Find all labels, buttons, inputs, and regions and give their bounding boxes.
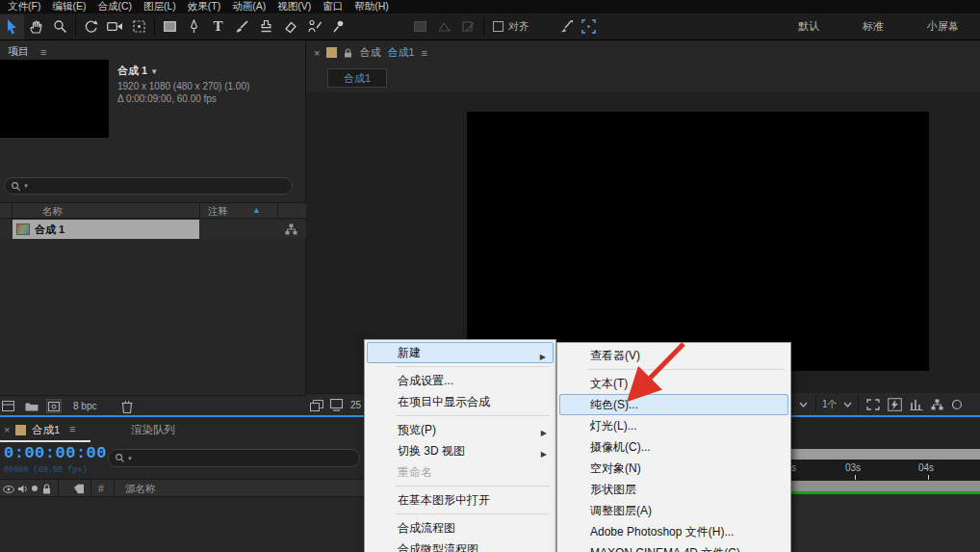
time-ruler[interactable]: s 03s 04s bbox=[791, 460, 980, 481]
column-number[interactable]: # bbox=[98, 483, 104, 494]
target-brackets-icon[interactable] bbox=[577, 14, 601, 39]
submenu-item-solid[interactable]: 纯色(S)... bbox=[559, 394, 788, 415]
search-dropdown-caret[interactable]: ▼ bbox=[23, 183, 29, 189]
snap-align-control[interactable]: 对齐 bbox=[493, 19, 529, 34]
project-row-comp1[interactable]: 合成 1 bbox=[0, 220, 306, 239]
view-layout-dropdown[interactable]: 1个 bbox=[815, 396, 859, 413]
submenu-item-null-object[interactable]: 空对象(N) bbox=[559, 458, 788, 479]
menu-view[interactable]: 视图(V) bbox=[271, 0, 317, 13]
menu-item-switch-3d-view[interactable]: 切换 3D 视图 ▶ bbox=[367, 440, 554, 461]
timeline-tab-comp[interactable]: 合成1 bbox=[32, 423, 60, 437]
column-name[interactable]: 名称 bbox=[42, 205, 63, 219]
close-icon[interactable]: × bbox=[4, 424, 10, 435]
reset-exposure-icon[interactable] bbox=[951, 399, 963, 410]
pan-behind-tool-icon[interactable] bbox=[127, 14, 151, 39]
zoom-tool-icon[interactable] bbox=[48, 14, 72, 39]
menu-item-open-in-essential-graphics[interactable]: 在基本图形中打开 bbox=[367, 489, 554, 511]
new-composition-icon[interactable] bbox=[46, 399, 62, 413]
menu-item-composition-mini-flowchart[interactable]: 合成微型流程图 bbox=[367, 539, 554, 552]
menu-item-composition-settings[interactable]: 合成设置... bbox=[367, 370, 554, 391]
mask-visibility-icon[interactable] bbox=[553, 14, 577, 39]
always-preview-icon[interactable] bbox=[310, 400, 323, 411]
zoom-level-dropdown[interactable]: 25 bbox=[350, 400, 361, 410]
composition-view[interactable] bbox=[467, 112, 929, 371]
text-tool-icon[interactable]: T bbox=[206, 14, 230, 39]
panel-menu-icon[interactable]: ≡ bbox=[422, 47, 427, 59]
menu-window[interactable]: 窗口 bbox=[317, 0, 348, 13]
timeline-search-input[interactable]: ▼ bbox=[108, 449, 360, 467]
comp-mini-tab[interactable]: 合成1 bbox=[327, 68, 387, 88]
shape-tool-icon[interactable] bbox=[158, 14, 182, 39]
camera-tool-icon[interactable] bbox=[103, 14, 127, 39]
folder-icon[interactable] bbox=[25, 401, 39, 411]
submenu-item-light[interactable]: 灯光(L)... bbox=[559, 415, 788, 436]
solo-icon[interactable] bbox=[32, 486, 38, 491]
menu-effect[interactable]: 效果(T) bbox=[182, 0, 226, 13]
panel-list-icon[interactable] bbox=[2, 401, 14, 411]
clone-stamp-tool-icon[interactable] bbox=[254, 14, 278, 39]
puppet-pin-tool-icon[interactable] bbox=[326, 14, 350, 39]
column-comment[interactable]: 注释 bbox=[208, 205, 228, 219]
main-viewer-icon[interactable] bbox=[329, 399, 344, 411]
rotate-tool-icon[interactable] bbox=[79, 14, 103, 39]
work-area-bar[interactable] bbox=[791, 481, 980, 491]
menu-item-composition-flowchart[interactable]: 合成流程图 bbox=[367, 517, 554, 539]
comp-panel-tab-label[interactable]: 合成 bbox=[359, 45, 380, 60]
fast-preview-icon[interactable] bbox=[888, 398, 902, 411]
chevron-down-icon[interactable] bbox=[799, 402, 808, 407]
project-row-label[interactable]: 合成 1 bbox=[35, 223, 64, 237]
column-source-name[interactable]: 源名称 bbox=[125, 483, 156, 496]
comp-flowchart-icon[interactable] bbox=[931, 399, 943, 410]
timeline-track-area[interactable] bbox=[791, 494, 980, 552]
horizontal-scrollbar[interactable] bbox=[791, 449, 980, 460]
workspace-default[interactable]: 默认 bbox=[798, 19, 819, 34]
menu-composition[interactable]: 合成(C) bbox=[91, 0, 138, 13]
submenu-item-camera[interactable]: 摄像机(C)... bbox=[559, 436, 788, 458]
menu-file[interactable]: 文件(F) bbox=[2, 0, 46, 13]
hand-tool-icon[interactable] bbox=[24, 14, 48, 39]
lock-icon[interactable] bbox=[344, 48, 352, 58]
project-tab[interactable]: 项目 bbox=[8, 44, 29, 59]
close-icon[interactable]: × bbox=[314, 47, 320, 59]
audio-icon[interactable] bbox=[17, 484, 28, 494]
sort-arrow-icon[interactable]: ▲ bbox=[252, 205, 261, 215]
brush-tool-icon[interactable] bbox=[230, 14, 254, 39]
menu-item-new[interactable]: 新建 ▶ bbox=[367, 342, 554, 363]
label-icon[interactable] bbox=[73, 484, 85, 494]
trash-icon[interactable] bbox=[121, 400, 133, 413]
region-of-interest-icon[interactable] bbox=[866, 399, 880, 410]
menu-item-rename[interactable]: 重命名 bbox=[367, 461, 554, 483]
submenu-item-text[interactable]: 文本(T) bbox=[559, 373, 788, 394]
lock-icon[interactable] bbox=[42, 484, 51, 494]
current-timecode[interactable]: 0:00:00:00 bbox=[4, 444, 107, 462]
eye-icon[interactable] bbox=[3, 486, 14, 493]
submenu-item-cinema4d-file[interactable]: MAXON CINEMA 4D 文件(C)... bbox=[559, 542, 788, 552]
tab-render-queue[interactable]: 渲染队列 bbox=[131, 423, 175, 437]
panel-menu-icon[interactable]: ≡ bbox=[40, 46, 46, 58]
submenu-item-photoshop-file[interactable]: Adobe Photoshop 文件(H)... bbox=[559, 521, 788, 542]
menu-item-preview[interactable]: 预览(P) ▶ bbox=[367, 419, 554, 440]
workspace-small-screen[interactable]: 小屏幕 bbox=[927, 19, 959, 34]
submenu-item-viewer[interactable]: 查看器(V) bbox=[559, 345, 788, 366]
panel-menu-icon[interactable]: ≡ bbox=[69, 423, 75, 434]
workspace-standard[interactable]: 标准 bbox=[863, 19, 884, 34]
submenu-item-shape-layer[interactable]: 形状图层 bbox=[559, 479, 788, 500]
timeline-button-icon[interactable] bbox=[910, 399, 923, 410]
flowchart-icon[interactable] bbox=[285, 223, 297, 235]
align-checkbox[interactable] bbox=[493, 21, 503, 32]
pen-tool-icon[interactable] bbox=[182, 14, 206, 39]
search-dropdown-caret[interactable]: ▼ bbox=[127, 456, 133, 461]
menu-edit[interactable]: 编辑(E) bbox=[46, 0, 91, 13]
project-comp-title[interactable]: 合成 1 bbox=[117, 65, 147, 76]
bpc-button[interactable]: 8 bpc bbox=[73, 401, 96, 411]
menu-layer[interactable]: 图层(L) bbox=[138, 0, 182, 13]
eraser-tool-icon[interactable] bbox=[278, 14, 302, 39]
comp-panel-comp-name[interactable]: 合成1 bbox=[387, 45, 414, 60]
chevron-down-icon[interactable]: ▼ bbox=[150, 67, 158, 76]
roto-brush-tool-icon[interactable] bbox=[302, 14, 326, 39]
menu-animation[interactable]: 动画(A) bbox=[226, 0, 271, 13]
menu-help[interactable]: 帮助(H) bbox=[348, 0, 395, 13]
selection-tool-icon[interactable] bbox=[0, 14, 24, 39]
project-search-input[interactable]: ▼ bbox=[4, 177, 293, 195]
menu-item-reveal-in-project[interactable]: 在项目中显示合成 bbox=[367, 391, 554, 412]
